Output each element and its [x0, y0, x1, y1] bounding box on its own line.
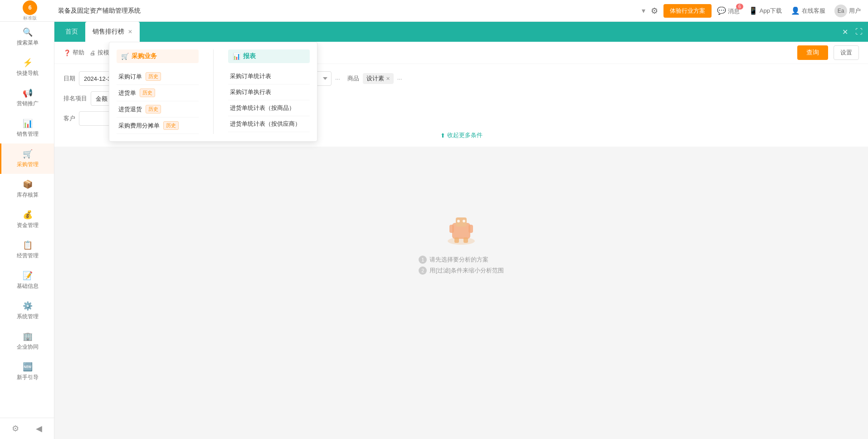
sidebar-item-label: 快捷导航 [17, 69, 39, 77]
filter-goods: 商品 设计素 ✕ ··· [347, 73, 402, 84]
svg-rect-10 [463, 237, 468, 243]
sidebar-item-basic-info[interactable]: 📝 基础信息 [0, 265, 54, 296]
menu-item-label: 采购订单统计表 [230, 72, 271, 80]
content-area: 首页 销售排行榜 ✕ ✕ ⛶ ❓ 帮助 🖨 按模板打印 [54, 22, 868, 439]
page-content: ❓ 帮助 🖨 按模板打印 ▾ ⬇ 导出 ↻ 刷新 查询 设置 [54, 42, 868, 439]
system-title: 装备及固定资产辅助管理系统 [58, 7, 636, 15]
logo-area: 6 标准版 [7, 0, 53, 21]
menu-item-label: 采购订单执行表 [230, 88, 271, 96]
app-icon: 📱 [749, 6, 758, 15]
sidebar-item-label: 基础信息 [17, 282, 39, 290]
search-icon: 🔍 [23, 27, 33, 37]
industry-btn[interactable]: 体验行业方案 [663, 4, 712, 18]
topbar-settings-icon[interactable]: ⚙ [651, 6, 658, 16]
empty-tip-2: 2 用[过滤]条件来缩小分析范围 [419, 266, 503, 275]
tab-home-label: 首页 [65, 28, 78, 36]
filter-goods-more[interactable]: ··· [397, 75, 402, 82]
hist-badge: 历史 [146, 72, 161, 81]
sidebar-item-label: 资金管理 [17, 222, 39, 229]
purchase-dropdown-overlay: 🛒 采购业务 采购订单 历史 进货单 历史 进货退货 [109, 42, 317, 142]
filter-goods-tag-text: 设计素 [366, 74, 384, 83]
menu-item-instock-by-supplier[interactable]: 进货单统计表（按供应商） [228, 116, 310, 132]
menu-item-purchase-order-exec[interactable]: 采购订单执行表 [228, 84, 310, 100]
filter-rank-item-label: 排名项目 [63, 94, 87, 103]
sidebar-item-purchase[interactable]: 🛒 采购管理 [0, 143, 54, 174]
user-btn[interactable]: Ea 用户 [834, 5, 861, 17]
sidebar-item-label: 采购管理 [17, 161, 39, 168]
purchase-icon: 🛒 [23, 149, 33, 159]
filter-goods-tag-close[interactable]: ✕ [386, 76, 390, 82]
sidebar-item-operations[interactable]: 📋 经营管理 [0, 235, 54, 265]
menu-section-purchase: 🛒 采购业务 采购订单 历史 进货单 历史 进货退货 [117, 49, 199, 134]
sidebar-item-quick-nav[interactable]: ⚡ 快捷导航 [0, 52, 54, 83]
purchase-dropdown-menu: 🛒 采购业务 采购订单 历史 进货单 历史 进货退货 [109, 42, 317, 142]
report-section-title-text: 报表 [243, 52, 256, 60]
tab-close-all-icon[interactable]: ✕ [840, 26, 850, 38]
menu-item-return[interactable]: 进货退货 历史 [117, 101, 199, 118]
menu-item-expense[interactable]: 采购费用分摊单 历史 [117, 118, 199, 134]
tab-home[interactable]: 首页 [58, 22, 85, 42]
help-label: 帮助 [73, 49, 84, 57]
online-service-btn[interactable]: 👤 在线客服 [791, 6, 825, 15]
tab-sales-rank-label: 销售排行榜 [93, 28, 124, 36]
user-label: 用户 [849, 7, 861, 15]
sidebar-item-inventory[interactable]: 📦 库存核算 [0, 174, 54, 204]
help-icon: ❓ [63, 49, 71, 56]
sales-icon: 📊 [23, 118, 33, 128]
sidebar-item-label: 营销推广 [17, 100, 39, 108]
tab-sales-rank[interactable]: 销售排行榜 ✕ [85, 22, 140, 42]
sidebar-item-label: 搜索菜单 [17, 39, 39, 47]
sidebar: 🔍 搜索菜单 ⚡ 快捷导航 📢 营销推广 📊 销售管理 🛒 采购管理 📦 库存核… [0, 22, 54, 439]
filter-doc-status-more[interactable]: ··· [335, 75, 340, 82]
menu-item-label: 进货单 [118, 89, 136, 97]
empty-tips: 1 请先选择要分析的方案 2 用[过滤]条件来缩小分析范围 [419, 256, 503, 277]
menu-item-label: 进货单统计表（按商品） [230, 104, 295, 112]
logo-subtitle: 标准版 [23, 15, 37, 21]
sidebar-item-guide[interactable]: 🆕 新手引导 [0, 356, 54, 387]
topbar-actions: 💬 消息 6 📱 App下载 👤 在线客服 Ea 用户 [717, 5, 861, 17]
menu-item-purchase-order[interactable]: 采购订单 历史 [117, 69, 199, 85]
enterprise-icon: 🏢 [23, 331, 33, 341]
marketing-icon: 📢 [23, 88, 33, 98]
online-service-label: 在线客服 [802, 7, 825, 15]
help-btn[interactable]: ❓ 帮助 [63, 49, 84, 57]
svg-text:6: 6 [28, 4, 31, 11]
menu-section-purchase-title: 🛒 采购业务 [117, 49, 199, 63]
quick-nav-icon: ⚡ [23, 58, 33, 68]
empty-tip-1: 1 请先选择要分析的方案 [419, 256, 503, 264]
filter-goods-tag: 设计素 ✕ [363, 73, 394, 84]
app-download-label: App下载 [760, 7, 782, 15]
system-dropdown-icon[interactable]: ▾ [642, 6, 645, 15]
tab-expand-icon[interactable]: ⛶ [853, 26, 864, 38]
sidebar-item-system[interactable]: ⚙️ 系统管理 [0, 296, 54, 326]
sidebar-item-label: 系统管理 [17, 313, 39, 321]
settings-btn[interactable]: 设置 [834, 45, 859, 60]
sidebar-item-marketing[interactable]: 📢 营销推广 [0, 83, 54, 113]
sidebar-item-finance[interactable]: 💰 资金管理 [0, 204, 54, 235]
purchase-section-icon: 🛒 [121, 53, 129, 60]
sidebar-item-enterprise[interactable]: 🏢 企业协同 [0, 326, 54, 356]
report-section-icon: 📊 [233, 53, 240, 60]
query-btn[interactable]: 查询 [797, 45, 828, 60]
sidebar-item-label: 库存核算 [17, 191, 39, 199]
menu-item-instock-by-goods[interactable]: 进货单统计表（按商品） [228, 100, 310, 116]
svg-point-5 [457, 220, 460, 222]
sidebar-item-search[interactable]: 🔍 搜索菜单 [0, 22, 54, 52]
empty-tip-2-text: 用[过滤]条件来缩小分析范围 [429, 266, 503, 275]
sidebar-footer: ⚙ ◀ [0, 418, 54, 439]
hist-badge: 历史 [140, 89, 155, 97]
svg-rect-9 [454, 237, 459, 243]
messages-btn[interactable]: 💬 消息 6 [717, 6, 740, 15]
tab-close-icon[interactable]: ✕ [128, 29, 132, 35]
sidebar-settings-btn[interactable]: ⚙ [12, 424, 19, 434]
svg-rect-7 [449, 225, 454, 233]
logo-icon: 6 [23, 0, 37, 15]
menu-item-purchase-order-stats[interactable]: 采购订单统计表 [228, 69, 310, 84]
sidebar-collapse-btn[interactable]: ◀ [36, 424, 42, 434]
app-download-btn[interactable]: 📱 App下载 [749, 6, 782, 15]
svg-rect-4 [456, 217, 467, 227]
menu-item-label: 采购费用分摊单 [118, 122, 160, 130]
svg-point-6 [463, 220, 465, 222]
sidebar-item-sales[interactable]: 📊 销售管理 [0, 113, 54, 143]
menu-item-instock[interactable]: 进货单 历史 [117, 85, 199, 101]
